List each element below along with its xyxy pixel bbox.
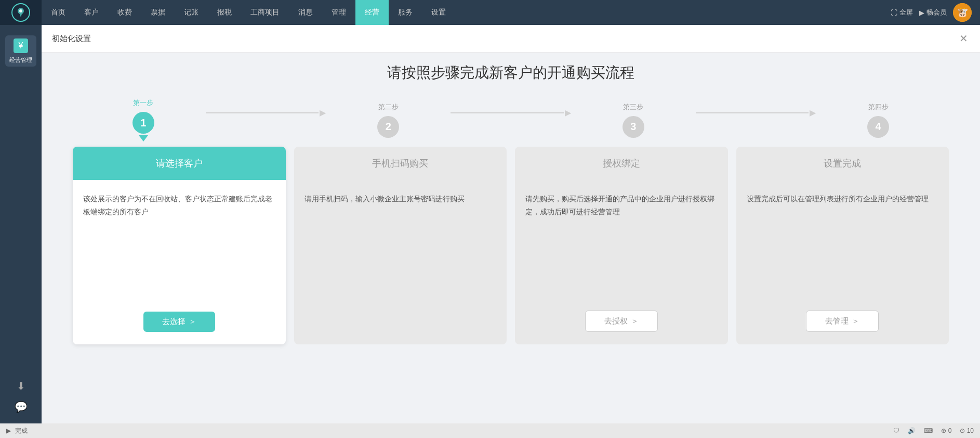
time-display: ⊙ 10 [960, 427, 974, 434]
connector-2: ▶ [448, 109, 573, 117]
card-3-action-button[interactable]: 去授权 ＞ [585, 311, 658, 332]
svg-point-0 [19, 9, 22, 12]
connector-3: ▶ [694, 109, 818, 117]
step-label-4: 第四步 [868, 102, 889, 112]
connector-1: ▶ [204, 109, 328, 117]
card-2: 手机扫码购买 请用手机扫码，输入小微企业主账号密码进行购买 [294, 147, 507, 344]
svg-text:🐮: 🐮 [957, 7, 969, 18]
card-3-action-arrow: ＞ [631, 316, 639, 326]
step-item-3: 第三步 3 [573, 102, 694, 138]
card-3: 授权绑定 请先购买，购买后选择开通的产品中的企业用户进行授权绑定，成功后即可进行… [515, 147, 728, 344]
sidebar-item-operation[interactable]: ¥ 经营管理 [5, 35, 36, 67]
keyboard-icon: ⌨ [924, 427, 933, 434]
card-4: 设置完成 设置完成后可以在管理列表进行所有企业用户的经营管理 去管理 ＞ [736, 147, 949, 344]
notification-count: ⊕ 0 [941, 427, 951, 434]
card-3-footer: 去授权 ＞ [515, 302, 728, 344]
card-4-header: 设置完成 [736, 147, 949, 180]
step-circle-1: 1 [133, 112, 154, 134]
card-4-action-label: 去管理 [825, 316, 849, 326]
status-bar: ▶ 完成 🛡 🔊 ⌨ ⊕ 0 ⊙ 10 [0, 423, 980, 438]
step-item-2: 第二步 2 [328, 102, 448, 138]
fullscreen-label: 全屏 [899, 8, 913, 17]
nav-invoice[interactable]: 票据 [141, 0, 175, 25]
volume-icon: 🔊 [908, 427, 916, 434]
connector-arrow-2: ▶ [565, 109, 571, 117]
nav-service[interactable]: 服务 [389, 0, 422, 25]
nav-fee[interactable]: 收费 [108, 0, 141, 25]
steps-row: 第一步 1 ▶ 第二步 2 ▶ 第三步 3 [62, 98, 959, 141]
nav-message[interactable]: 消息 [289, 0, 322, 25]
content-area: 请按照步骤完成新客户的开通购买流程 第一步 1 ▶ 第二步 2 ▶ [42, 53, 980, 423]
nav-client[interactable]: 客户 [75, 0, 108, 25]
card-1-body: 该处展示的客户为不在回收站、客户状态正常建账后完成老板端绑定的所有客户 [73, 180, 286, 303]
play-icon: ▶ [919, 9, 924, 17]
app-logo[interactable] [0, 0, 42, 25]
page-title: 初始化设置 [52, 34, 91, 44]
step-arrow-1 [139, 135, 148, 141]
card-2-body: 请用手机扫码，输入小微企业主账号密码进行购买 [294, 180, 507, 324]
step-item-1: 第一步 1 [83, 98, 204, 141]
connector-line-3 [696, 112, 809, 113]
card-1-footer: 去选择 ＞ [73, 303, 286, 344]
logo-icon [11, 3, 30, 22]
card-3-action-label: 去授权 [604, 316, 628, 326]
sidebar-item-label: 经营管理 [9, 56, 32, 64]
operation-icon: ¥ [14, 38, 28, 53]
nav-home[interactable]: 首页 [42, 0, 75, 25]
nav-manage[interactable]: 管理 [322, 0, 355, 25]
card-2-footer [294, 324, 507, 344]
status-bar-right: 🛡 🔊 ⌨ ⊕ 0 ⊙ 10 [893, 427, 974, 434]
close-button[interactable]: ✕ [957, 32, 970, 45]
connector-line-2 [451, 112, 564, 113]
nav-accounting[interactable]: 记账 [175, 0, 208, 25]
fullscreen-button[interactable]: ⛶ 全屏 [891, 8, 913, 17]
step-label-2: 第二步 [378, 102, 399, 112]
card-1-action-arrow: ＞ [189, 317, 196, 327]
step-label-3: 第三步 [623, 102, 643, 112]
card-1-header: 请选择客户 [73, 147, 286, 180]
nav-menu: 首页 客户 收费 票据 记账 报税 工商项目 消息 管理 经营 服务 设置 [42, 0, 891, 25]
nav-business[interactable]: 工商项目 [241, 0, 289, 25]
cards-container: 请选择客户 该处展示的客户为不在回收站、客户状态正常建账后完成老板端绑定的所有客… [62, 147, 959, 344]
download-icon[interactable]: ⬇ [17, 380, 25, 392]
card-3-body: 请先购买，购买后选择开通的产品中的企业用户进行授权绑定，成功后即可进行经营管理 [515, 180, 728, 302]
card-4-footer: 去管理 ＞ [736, 302, 949, 344]
card-3-header: 授权绑定 [515, 147, 728, 180]
sidebar-bottom: ⬇ 💬 [15, 380, 28, 413]
step-item-4: 第四步 4 [818, 102, 938, 138]
card-4-action-button[interactable]: 去管理 ＞ [806, 311, 879, 332]
main-content: 初始化设置 ✕ 请按照步骤完成新客户的开通购买流程 第一步 1 ▶ 第二步 2 [42, 25, 980, 423]
step-circle-4: 4 [867, 116, 889, 138]
card-1-action-label: 去选择 [162, 317, 186, 327]
card-4-action-arrow: ＞ [852, 316, 859, 326]
step-circle-3: 3 [623, 116, 644, 138]
card-4-body: 设置完成后可以在管理列表进行所有企业用户的经营管理 [736, 180, 949, 302]
connector-arrow-3: ▶ [810, 109, 816, 117]
member-label: 畅会员 [926, 8, 947, 17]
wizard-title: 请按照步骤完成新客户的开通购买流程 [62, 63, 959, 83]
card-1: 请选择客户 该处展示的客户为不在回收站、客户状态正常建账后完成老板端绑定的所有客… [73, 147, 286, 344]
nav-tax[interactable]: 报税 [208, 0, 241, 25]
nav-right-area: ⛶ 全屏 ▶ 畅会员 🐮 [891, 3, 980, 22]
nav-settings[interactable]: 设置 [422, 0, 455, 25]
member-button[interactable]: ▶ 畅会员 [919, 8, 947, 17]
step-circle-2: 2 [377, 116, 399, 138]
status-label: 完成 [15, 427, 28, 435]
card-1-action-button[interactable]: 去选择 ＞ [143, 312, 215, 332]
shield-icon: 🛡 [893, 427, 899, 434]
nav-operation[interactable]: 经营 [355, 0, 389, 25]
sidebar: ¥ 经营管理 ⬇ 💬 [0, 25, 42, 423]
step-label-1: 第一步 [133, 98, 153, 108]
connector-line-1 [206, 112, 319, 113]
page-header: 初始化设置 ✕ [42, 25, 980, 53]
play-status-icon: ▶ [6, 427, 11, 434]
top-navigation: 首页 客户 收费 票据 记账 报税 工商项目 消息 管理 经营 服务 设置 ⛶ … [0, 0, 980, 25]
card-2-header: 手机扫码购买 [294, 147, 507, 180]
avatar[interactable]: 🐮 [953, 3, 972, 22]
connector-arrow-1: ▶ [320, 109, 326, 117]
chat-icon[interactable]: 💬 [15, 401, 28, 413]
fullscreen-icon: ⛶ [891, 9, 897, 17]
